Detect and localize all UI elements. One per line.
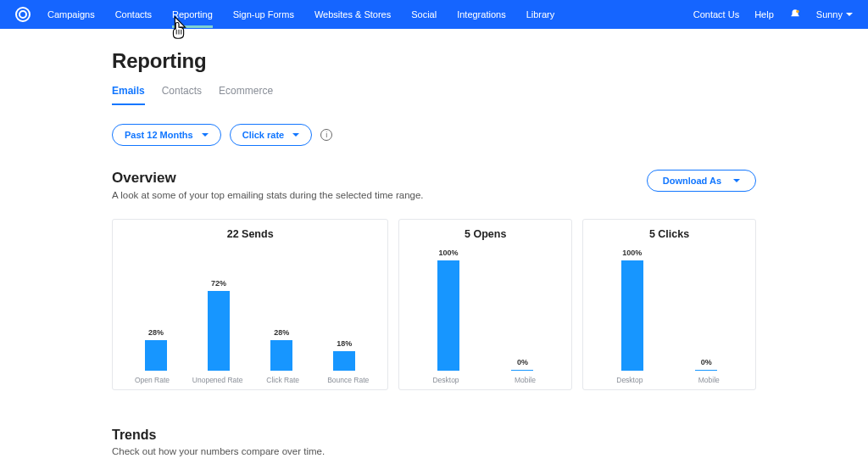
chart-x-labels: DesktopMobile [590, 376, 748, 384]
chart-bar-fill [208, 291, 230, 371]
chart-bar: 100% [598, 249, 666, 371]
chevron-down-icon [733, 179, 740, 186]
chart-bar: 72% [193, 279, 244, 371]
overview-heading: Overview [112, 170, 647, 187]
chart-bar: 0% [488, 358, 556, 371]
overview-sub: A look at some of your top emailing stat… [112, 190, 647, 200]
nav-item-social[interactable]: Social [411, 1, 437, 28]
chart-bar: 0% [672, 358, 740, 371]
chart-panel-0: 22 Sends28%72%28%18%Open RateUnopened Ra… [112, 219, 388, 390]
chart-bar-fill [270, 340, 292, 371]
chart-x-label: Desktop [596, 376, 664, 384]
chart-value-label: 100% [438, 249, 458, 257]
chart-bar: 28% [256, 328, 307, 371]
chart-x-label: Mobile [491, 376, 559, 384]
chart-x-label: Desktop [412, 376, 480, 384]
chart-value-label: 72% [211, 279, 226, 288]
nav-item-library[interactable]: Library [526, 1, 555, 28]
chart-bar-fill [511, 370, 533, 371]
chevron-down-icon [202, 133, 209, 140]
chart-x-labels: Open RateUnopened RateClick RateBounce R… [120, 376, 381, 384]
chart-value-label: 18% [337, 339, 352, 348]
download-as-button[interactable]: Download As [647, 170, 756, 192]
metric-filter[interactable]: Click rate [230, 124, 313, 146]
tab-ecommerce[interactable]: Ecommerce [219, 85, 273, 105]
nav-right: Contact Us Help Sunny [693, 8, 853, 20]
report-tabs: EmailsContactsEcommerce [112, 85, 756, 105]
nav-item-integrations[interactable]: Integrations [457, 1, 505, 28]
chart-value-label: 0% [517, 358, 528, 366]
tab-contacts[interactable]: Contacts [162, 85, 202, 105]
chart-x-label: Open Rate [127, 376, 178, 384]
chart-bar: 100% [415, 249, 482, 371]
bar-chart: 28%72%28%18% [120, 243, 381, 371]
brand-logo[interactable] [15, 7, 31, 22]
chevron-down-icon [846, 13, 853, 20]
trends-heading: Trends [112, 428, 756, 443]
user-menu[interactable]: Sunny [816, 9, 853, 20]
tab-emails[interactable]: Emails [112, 85, 145, 105]
top-nav: CampaignsContactsReportingSign-up FormsW… [0, 0, 868, 29]
chart-bar: 28% [131, 328, 181, 371]
chart-value-label: 0% [701, 358, 712, 366]
chart-title: 5 Clicks [590, 228, 748, 240]
nav-item-contacts[interactable]: Contacts [115, 1, 152, 28]
nav-items: CampaignsContactsReportingSign-up FormsW… [47, 1, 575, 28]
chevron-down-icon [292, 133, 299, 140]
trends-sub: Check out how your numbers compare over … [112, 446, 756, 456]
chart-x-label: Mobile [675, 376, 743, 384]
info-icon[interactable]: i [320, 129, 332, 141]
chart-bar: 18% [319, 339, 370, 371]
chart-value-label: 28% [274, 328, 289, 337]
help-link[interactable]: Help [754, 9, 774, 20]
chart-bar-fill [437, 260, 459, 371]
chart-panel-1: 5 Opens100%0%DesktopMobile [398, 219, 572, 390]
chart-panel-2: 5 Clicks100%0%DesktopMobile [582, 219, 756, 390]
chart-title: 22 Sends [120, 228, 381, 240]
contact-link[interactable]: Contact Us [693, 9, 739, 20]
chart-panels: 22 Sends28%72%28%18%Open RateUnopened Ra… [112, 219, 756, 390]
chart-bar-fill [145, 340, 167, 371]
nav-item-reporting[interactable]: Reporting [172, 1, 213, 28]
chart-x-label: Bounce Rate [323, 376, 374, 384]
range-filter[interactable]: Past 12 Months [112, 124, 221, 146]
chart-bar-fill [333, 351, 355, 371]
bell-icon[interactable] [789, 8, 801, 20]
bar-chart: 100%0% [590, 243, 748, 371]
trends-section: Trends Check out how your numbers compar… [112, 428, 756, 464]
chart-value-label: 28% [148, 328, 164, 337]
bar-chart: 100%0% [406, 243, 565, 371]
chart-bar-fill [695, 370, 717, 371]
nav-item-websites-stores[interactable]: Websites & Stores [314, 1, 391, 28]
filter-row: Past 12 Months Click rate i [112, 124, 756, 146]
chart-bar-fill [621, 260, 643, 371]
chart-value-label: 100% [622, 249, 642, 257]
nav-item-sign-up-forms[interactable]: Sign-up Forms [233, 1, 294, 28]
chart-x-labels: DesktopMobile [406, 376, 565, 384]
chart-x-label: Unopened Rate [192, 376, 243, 384]
svg-point-0 [796, 10, 799, 14]
chart-x-label: Click Rate [258, 376, 309, 384]
page-title: Reporting [112, 49, 756, 73]
chart-title: 5 Opens [406, 228, 565, 240]
nav-item-campaigns[interactable]: Campaigns [47, 1, 95, 28]
